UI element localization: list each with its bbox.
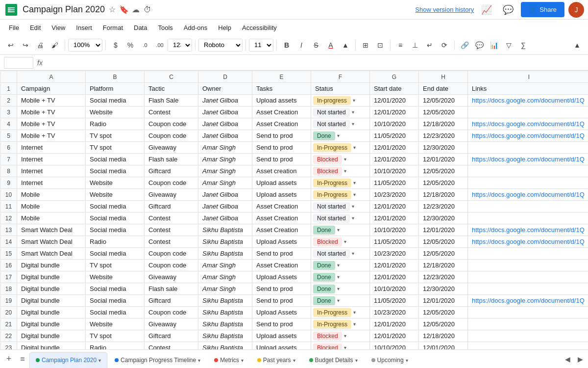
link-url[interactable]: https://docs.google.com/document/d/1Q [472, 238, 585, 245]
status-dropdown-arrow[interactable]: ▾ [337, 227, 340, 233]
tasks-cell[interactable]: Upload assets [252, 189, 311, 201]
paint-format-button[interactable]: 🖌 [48, 38, 62, 52]
tasks-cell[interactable]: Asset Creation [252, 260, 311, 271]
campaign-cell[interactable]: Smart Watch Deal [17, 248, 86, 260]
start-date-cell[interactable]: 12/01/2020 [370, 260, 419, 271]
start-date-cell[interactable]: 10/23/2020 [370, 189, 419, 201]
text-color-button[interactable]: A [324, 38, 338, 52]
tasks-cell[interactable]: Send to prod [252, 130, 311, 142]
platform-cell[interactable]: Social media [86, 224, 145, 236]
col-header-e[interactable]: E [252, 71, 311, 83]
link-cell[interactable] [468, 165, 588, 177]
tasks-cell[interactable]: Asset creation [252, 165, 311, 177]
bold-button[interactable]: B [280, 38, 294, 52]
col-header-a[interactable]: A [17, 71, 86, 83]
star-icon[interactable]: ☆ [108, 5, 117, 14]
platform-cell[interactable]: TV spot [86, 142, 145, 154]
link-cell[interactable]: https://docs.google.com/document/d/1Q [468, 295, 588, 307]
owner-cell[interactable]: Janet Gilboa [198, 212, 252, 224]
campaign-cell[interactable]: Mobile + TV [17, 118, 86, 130]
currency-button[interactable]: $ [109, 38, 122, 52]
sheet-scroll-area[interactable]: A B C D E F G H I 1 Campaign Platform Ta… [0, 71, 588, 349]
platform-cell[interactable]: Radio [86, 236, 145, 248]
link-cell[interactable] [468, 212, 588, 224]
status-dropdown-arrow[interactable]: ▾ [353, 321, 356, 327]
status-dropdown-arrow[interactable]: ▾ [353, 180, 356, 185]
platform-cell[interactable]: Social media [86, 283, 145, 295]
owner-cell[interactable]: Sikhu Baptista [198, 318, 252, 330]
tasks-cell[interactable]: Send to prod [252, 142, 311, 154]
status-cell[interactable]: In-Progress▾ [311, 142, 370, 154]
link-cell[interactable] [468, 271, 588, 283]
share-button[interactable]: 👤 Share [521, 2, 564, 17]
collapse-toolbar-button[interactable]: ▲ [570, 38, 584, 52]
header-platform[interactable]: Platform [86, 83, 145, 95]
tactic-cell[interactable]: Giftcard [145, 201, 198, 212]
link-cell[interactable]: https://docs.google.com/document/d/1Q [468, 236, 588, 248]
status-dropdown-arrow[interactable]: ▾ [344, 239, 346, 244]
status-dropdown-arrow[interactable]: ▾ [353, 145, 356, 150]
tactic-cell[interactable]: Coupon code [145, 177, 198, 189]
sheet-tab-metrics[interactable]: Metrics ▾ [208, 352, 250, 368]
owner-cell[interactable]: Janet Gilboa [198, 189, 252, 201]
status-dropdown-arrow[interactable]: ▾ [352, 121, 354, 127]
link-url[interactable]: https://docs.google.com/document/d/1Q [472, 156, 585, 163]
link-cell[interactable] [468, 283, 588, 295]
status-dropdown-arrow[interactable]: ▾ [344, 168, 346, 174]
functions-button[interactable]: ∑ [516, 38, 530, 52]
link-cell[interactable]: https://docs.google.com/document/d/1Q [468, 224, 588, 236]
status-dropdown-arrow[interactable]: ▾ [344, 333, 346, 339]
search-button[interactable]: 📈 [478, 1, 495, 19]
header-start-date[interactable]: Start date [370, 83, 419, 95]
end-date-cell[interactable]: 12/01/2020 [419, 154, 468, 165]
status-dropdown-arrow[interactable]: ▾ [352, 204, 354, 209]
header-status[interactable]: Status [311, 83, 370, 95]
tasks-cell[interactable]: Upload Assets [252, 307, 311, 318]
link-cell[interactable]: https://docs.google.com/document/d/1Q [468, 154, 588, 165]
campaign-cell[interactable]: Digital bundle [17, 271, 86, 283]
campaign-cell[interactable]: Digital bundle [17, 295, 86, 307]
owner-cell[interactable]: Sikhu Baptista [198, 307, 252, 318]
status-cell[interactable]: Done▾ [311, 130, 370, 142]
status-cell[interactable]: Done▾ [311, 283, 370, 295]
decimal-increase-button[interactable]: .00 [153, 38, 167, 52]
end-date-cell[interactable]: 12/05/2020 [419, 236, 468, 248]
end-date-cell[interactable]: 12/05/2020 [419, 177, 468, 189]
tactic-cell[interactable]: Coupon code [145, 130, 198, 142]
link-cell[interactable] [468, 106, 588, 118]
owner-cell[interactable]: Janet Gilboa [198, 118, 252, 130]
tasks-cell[interactable]: Send to prod [252, 283, 311, 295]
bookmark-icon[interactable]: 🔖 [120, 5, 128, 14]
tactic-cell[interactable]: Contest [145, 106, 198, 118]
campaign-cell[interactable]: Mobile [17, 212, 86, 224]
tab-dropdown-arrow[interactable]: ▾ [198, 358, 200, 363]
tasks-cell[interactable]: Asset Creation [252, 224, 311, 236]
link-cell[interactable] [468, 307, 588, 318]
sheet-tab-budget-details[interactable]: Budget Details ▾ [303, 352, 364, 368]
owner-cell[interactable]: Sikhu Baptista [198, 224, 252, 236]
header-links[interactable]: Links [468, 83, 588, 95]
sheet-tab-past-years[interactable]: Past years ▾ [251, 352, 302, 368]
header-tactic[interactable]: Tactic [145, 83, 198, 95]
end-date-cell[interactable]: 12/01/2020 [419, 295, 468, 307]
tab-dropdown-arrow[interactable]: ▾ [406, 358, 408, 363]
tasks-cell[interactable]: Upload Assets [252, 271, 311, 283]
borders-button[interactable]: ⊞ [359, 38, 372, 52]
start-date-cell[interactable]: 12/01/2020 [370, 318, 419, 330]
end-date-cell[interactable]: 12/05/2020 [419, 165, 468, 177]
status-cell[interactable]: Blocked▾ [311, 154, 370, 165]
tasks-cell[interactable]: Send to prod [252, 318, 311, 330]
menu-view[interactable]: View [47, 22, 70, 33]
comment-insert-button[interactable]: 💬 [472, 38, 486, 52]
sheets-app-icon[interactable] [4, 2, 19, 17]
tab-dropdown-arrow[interactable]: ▾ [293, 358, 295, 363]
font-select[interactable]: Roboto [198, 39, 243, 52]
start-date-cell[interactable]: 12/01/2020 [370, 271, 419, 283]
start-date-cell[interactable]: 10/10/2020 [370, 342, 419, 350]
status-cell[interactable]: Done▾ [311, 271, 370, 283]
tasks-cell[interactable]: Upload assets [252, 330, 311, 342]
menu-data[interactable]: Data [129, 22, 152, 33]
status-cell[interactable]: In-Progress▾ [311, 318, 370, 330]
start-date-cell[interactable]: 12/01/2020 [370, 212, 419, 224]
tactic-cell[interactable]: Coupon code [145, 307, 198, 318]
